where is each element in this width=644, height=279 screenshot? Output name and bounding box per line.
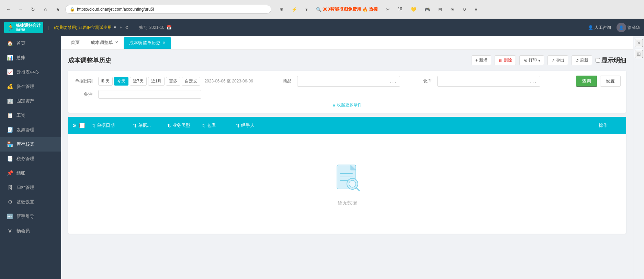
inventory-icon: 🏪 bbox=[7, 141, 13, 147]
col-date[interactable]: ⇅ 单据日期 bbox=[88, 120, 129, 131]
browser-tools: ⊞ ⚡ ▾ 🔍 360智能抠图免费用 🔥 热搜 ✂ 译 💛 🎮 ⊞ ☀ ↺ ≡ bbox=[278, 5, 479, 13]
menu-icon[interactable]: ≡ bbox=[473, 6, 479, 13]
company-dropdown-icon: ▼ bbox=[113, 25, 117, 30]
date-filter-label: 单据日期 bbox=[74, 78, 93, 84]
reports-icon: 📈 bbox=[7, 69, 13, 75]
forward-button[interactable]: → bbox=[16, 4, 25, 14]
tab-cost-adjust[interactable]: 成本调整单 ✕ bbox=[85, 37, 124, 49]
home-button[interactable]: ⌂ bbox=[41, 4, 50, 14]
close-panel-button[interactable]: ✕ bbox=[635, 39, 643, 47]
lightning-icon[interactable]: ⚡ bbox=[290, 6, 299, 13]
date-btn-7days[interactable]: 近7天 bbox=[130, 77, 147, 86]
back-button[interactable]: ← bbox=[3, 4, 13, 14]
sidebar-item-archive[interactable]: 🗄 归档管理 bbox=[0, 180, 61, 195]
col-type[interactable]: ⇅ 业务类型 bbox=[163, 120, 197, 131]
sidebar-item-guide[interactable]: 🆕 新手引导 bbox=[0, 209, 61, 224]
sidebar-item-fixed-assets[interactable]: 🏢 固定资产 bbox=[0, 94, 61, 108]
date-btn-1month[interactable]: 近1月 bbox=[148, 77, 165, 86]
bookmark-button[interactable]: ★ bbox=[53, 4, 63, 14]
collapse-label: 收起更多条件 bbox=[337, 102, 362, 108]
new-icon: + bbox=[475, 58, 478, 63]
collapse-button[interactable]: ∧ 收起更多条件 bbox=[332, 102, 362, 108]
tab-close-icon[interactable]: ✕ bbox=[115, 40, 118, 45]
tab-home[interactable]: 首页 bbox=[65, 37, 85, 49]
page-title: 成本调整单历史 bbox=[68, 56, 111, 65]
date-btn-today[interactable]: 今天 bbox=[114, 77, 128, 86]
col-warehouse[interactable]: ⇅ 仓库 bbox=[197, 120, 232, 131]
support-button[interactable]: 👤 人工咨询 bbox=[588, 25, 611, 31]
table-settings-button[interactable]: ⚙ bbox=[72, 123, 77, 128]
show-detail-checkbox[interactable]: 显示明细 bbox=[596, 56, 626, 65]
sidebar-item-inventory[interactable]: 🏪 库存核算 bbox=[0, 137, 61, 152]
expand-panel-button[interactable]: ⊞ bbox=[635, 50, 643, 58]
filter-row-remark: 备注 bbox=[74, 90, 621, 99]
user-button[interactable]: 👤 徐泽华 bbox=[617, 23, 640, 32]
new-button[interactable]: + 新增 bbox=[472, 55, 491, 65]
empty-state: 暂无数据 bbox=[68, 134, 626, 234]
translate-icon[interactable]: 译 bbox=[396, 5, 405, 13]
col-num-sort-icon: ⇅ bbox=[133, 123, 137, 128]
address-bar[interactable]: 🔒 https://cloud.chanjet.com/accounting/u… bbox=[65, 5, 271, 14]
sidebar-item-settings[interactable]: ⚙ 基础设置 bbox=[0, 195, 61, 209]
col-num-label: 单据... bbox=[138, 122, 151, 129]
sidebar-item-label: 新手引导 bbox=[16, 213, 34, 220]
export-button[interactable]: ↗ 导出 bbox=[547, 55, 568, 65]
date-btn-yesterday[interactable]: 昨天 bbox=[98, 77, 113, 86]
wallet-icon[interactable]: 💛 bbox=[409, 6, 418, 13]
sidebar-item-label: 总账 bbox=[16, 55, 25, 61]
filter-area: 单据日期 昨天 今天 近7天 近1月 更多 自定义 2023-06-06 至 2… bbox=[68, 71, 626, 113]
refresh-button[interactable]: ↻ bbox=[28, 4, 38, 14]
tab-cost-adjust-history[interactable]: 成本调整单历史 ✕ bbox=[124, 37, 171, 49]
refresh-button[interactable]: ↺ 刷新 bbox=[572, 55, 592, 65]
history-icon[interactable]: ↺ bbox=[461, 6, 468, 13]
export-label: 导出 bbox=[556, 57, 564, 63]
brightness-icon[interactable]: ☀ bbox=[448, 6, 456, 13]
select-all-checkbox[interactable] bbox=[79, 123, 85, 128]
guide-icon: 🆕 bbox=[7, 213, 13, 220]
company-selector[interactable]: (勿删勿禁用) 江西服宝测试专用 ▼ + ⚙ bbox=[54, 25, 128, 31]
sidebar: 🏠 首页 📊 总账 📈 云报表中心 💰 资金管理 🏢 固定资产 📋 工资 🧾 发… bbox=[0, 36, 61, 279]
sidebar-item-funds[interactable]: 💰 资金管理 bbox=[0, 79, 61, 94]
col-date-sort-icon: ⇅ bbox=[92, 123, 95, 128]
sidebar-item-payroll[interactable]: 📋 工资 bbox=[0, 108, 61, 123]
right-sidebar: ✕ ⊞ bbox=[633, 36, 644, 279]
delete-button[interactable]: 🗑 删除 bbox=[495, 55, 516, 65]
search-button[interactable]: 🔍 360智能抠图免费用 🔥 热搜 bbox=[314, 5, 380, 13]
period-label: 账期 bbox=[139, 25, 147, 31]
date-btn-more[interactable]: 更多 bbox=[166, 77, 180, 86]
goods-dots: ... bbox=[390, 78, 397, 85]
query-button[interactable]: 查询 bbox=[576, 76, 597, 87]
sidebar-item-ledger[interactable]: 📊 总账 bbox=[0, 51, 61, 65]
warehouse-filter-select[interactable]: ... bbox=[437, 76, 540, 87]
date-btn-custom[interactable]: 自定义 bbox=[182, 77, 200, 86]
goods-filter-select[interactable]: ... bbox=[297, 76, 400, 87]
sidebar-item-label: 固定资产 bbox=[16, 98, 34, 104]
sidebar-item-close[interactable]: 📌 结账 bbox=[0, 166, 61, 180]
settings-button[interactable]: 设置 bbox=[600, 76, 621, 87]
sidebar-item-invoice[interactable]: 🧾 发票管理 bbox=[0, 123, 61, 137]
col-operator[interactable]: ⇅ 经手人 bbox=[232, 120, 273, 131]
print-label: 打印 bbox=[529, 57, 537, 63]
game-icon[interactable]: 🎮 bbox=[422, 6, 432, 13]
sidebar-item-tax[interactable]: 📑 税务管理 bbox=[0, 152, 61, 166]
apps-icon[interactable]: ⊞ bbox=[436, 6, 444, 13]
sidebar-item-reports[interactable]: 📈 云报表中心 bbox=[0, 65, 61, 79]
home-icon: 🏠 bbox=[7, 40, 13, 46]
sidebar-item-home[interactable]: 🏠 首页 bbox=[0, 36, 61, 51]
svg-point-6 bbox=[349, 180, 356, 187]
query-buttons: 查询 设置 bbox=[576, 76, 621, 87]
print-button[interactable]: 🖨 打印 ▾ bbox=[519, 55, 544, 65]
support-icon: 👤 bbox=[588, 25, 593, 30]
col-warehouse-sort-icon: ⇅ bbox=[202, 123, 205, 128]
col-type-sort-icon: ⇅ bbox=[167, 123, 171, 128]
scissors-icon[interactable]: ✂ bbox=[384, 6, 392, 13]
dropdown-icon[interactable]: ▾ bbox=[303, 6, 310, 13]
remark-input[interactable] bbox=[98, 90, 201, 99]
tab-close-icon[interactable]: ✕ bbox=[162, 41, 166, 45]
sidebar-item-member[interactable]: V 畅会员 bbox=[0, 224, 61, 238]
calendar-icon[interactable]: 📅 bbox=[167, 25, 172, 30]
grid-icon[interactable]: ⊞ bbox=[278, 6, 285, 13]
tab-label: 首页 bbox=[71, 40, 80, 46]
col-num[interactable]: ⇅ 单据... bbox=[129, 120, 163, 131]
show-detail-input[interactable] bbox=[596, 58, 600, 63]
